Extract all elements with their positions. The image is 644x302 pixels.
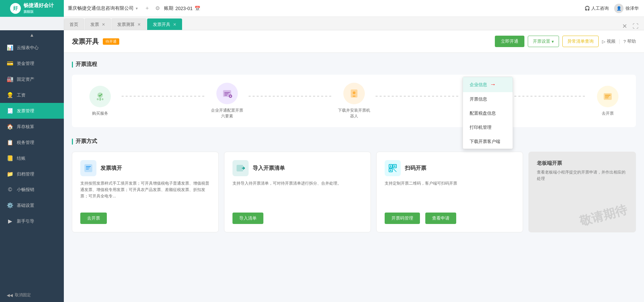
svg-rect-33 — [390, 165, 391, 167]
fill-invoice-icon — [80, 160, 96, 176]
flow-section-title: 开票流程 — [72, 61, 636, 68]
app-name: 畅捷通好会计 — [24, 2, 54, 9]
flow-step-3: 下载并安装开票机器人 — [334, 83, 374, 119]
fixed-assets-icon: 🏭 — [7, 76, 13, 82]
dropdown-item-company-info[interactable]: 企业信息 → — [463, 77, 513, 92]
sidebar-cancel-pin[interactable]: ◀◀ 取消固定 — [0, 288, 64, 302]
flow-step-1: 购买服务 — [80, 86, 120, 116]
sidebar-item-invoice-mgmt-label: 发票管理 — [17, 108, 34, 114]
status-badge: 待开通 — [103, 38, 119, 45]
sidebar-item-fixed-assets[interactable]: 🏭 固定资产 — [0, 71, 64, 87]
sidebar-item-fund-mgmt-label: 资金管理 — [17, 61, 34, 67]
import-list-desc: 支持导入待开票清单，可对待开票清单进行拆分、合并处理。 — [232, 180, 362, 207]
new-guide-icon: ▶ — [7, 218, 13, 224]
boss-card-title: 老板端开票 — [537, 160, 628, 166]
dropdown-item-printer-mgmt[interactable]: 打印机管理 — [463, 120, 513, 135]
tab-invoice-calc[interactable]: 发票测算 ✕ — [112, 18, 146, 30]
svg-rect-24 — [85, 164, 92, 172]
company-dropdown-arrow: ▾ — [136, 6, 138, 11]
page-title: 发票开具 — [72, 37, 99, 46]
method-header-fill-invoice: 发票填开 — [80, 160, 210, 176]
basic-settings-icon: ⚙️ — [7, 202, 13, 209]
tab-close-all-icon[interactable]: ✕ — [619, 23, 630, 30]
dropdown-item-download-client[interactable]: 下载开票客户端 — [463, 135, 513, 149]
calendar-icon[interactable]: 📅 — [195, 6, 200, 11]
sidebar-item-cloud-report[interactable]: 📊 云报表中心 — [0, 40, 64, 55]
period-display: 账期 2023-01 📅 — [164, 5, 200, 11]
method-card-scan-invoice: 扫码开票 支持定制开票二维码，客户端可扫码开票 开票码管理 查看申请 — [376, 152, 523, 232]
sidebar-scroll-up[interactable]: ▲ — [0, 30, 64, 40]
tab-invoice-issue-close[interactable]: ✕ — [173, 22, 176, 27]
service-button[interactable]: 🎧 人工咨询 — [585, 5, 609, 11]
help-button[interactable]: ? 帮助 — [624, 38, 636, 44]
user-area[interactable]: 👤 徐泽华 — [614, 4, 639, 13]
sidebar-item-inventory[interactable]: 🏠 库存核算 — [0, 119, 64, 135]
page-header: 发票开具 待开通 立即开通 开票设置 ▾ 异常清单查询 ▷ 视频 | ? — [64, 30, 644, 53]
sidebar-bottom-label: 取消固定 — [15, 292, 31, 298]
fill-invoice-button[interactable]: 去开票 — [80, 213, 107, 224]
dropdown-invoice-info-label: 开票信息 — [470, 96, 487, 102]
divider: | — [619, 39, 620, 44]
period-label: 账期 — [164, 5, 173, 11]
scan-invoice-title: 扫码开票 — [405, 165, 426, 172]
play-icon: ▷ — [602, 39, 605, 44]
tab-invoice[interactable]: 发票 ✕ — [85, 18, 111, 30]
add-company-icon[interactable]: ＋ — [144, 5, 150, 12]
scan-invoice-icon — [385, 160, 401, 176]
help-icon: ? — [624, 39, 626, 44]
scan-invoice-btn1[interactable]: 开票码管理 — [385, 213, 420, 224]
scan-invoice-btn2[interactable]: 查看申请 — [425, 213, 456, 224]
sidebar-item-settlement[interactable]: 📒 结账 — [0, 150, 64, 166]
sidebar-item-xiaochang-report[interactable]: © 小畅报销 — [0, 182, 64, 197]
dropdown-download-client-label: 下载开票客户端 — [470, 139, 500, 145]
tab-invoice-issue[interactable]: 发票开具 ✕ — [147, 18, 182, 30]
exception-list-button[interactable]: 异常清单查询 — [562, 36, 599, 47]
logo-area: 好 畅捷通好会计 旗舰版 — [0, 0, 64, 17]
method-card-fill-invoice: 发票填开 支持按照发票样式手工填开发票；可开具增值税电子普通发票、增值税普通发票… — [72, 152, 219, 232]
activate-button[interactable]: 立即开通 — [495, 36, 524, 47]
step-5-label: 去开票 — [602, 111, 614, 116]
tab-invoice-label: 发票 — [90, 22, 99, 28]
logo-icon: 好 — [10, 3, 21, 14]
tab-expand-icon[interactable]: ⛶ — [630, 23, 641, 30]
tab-invoice-calc-close[interactable]: ✕ — [137, 22, 141, 27]
sidebar-item-basic-settings[interactable]: ⚙️ 基础设置 — [0, 197, 64, 213]
sidebar-item-basic-settings-label: 基础设置 — [17, 202, 34, 209]
import-list-button[interactable]: 导入清单 — [232, 213, 263, 224]
svg-point-12 — [353, 91, 355, 94]
tax-mgmt-icon: 📋 — [7, 139, 13, 146]
step-3-icon — [343, 83, 365, 104]
step-1-icon — [89, 86, 111, 107]
sidebar-item-fund-mgmt[interactable]: 💳 资金管理 — [0, 55, 64, 71]
company-selector[interactable]: 重庆畅捷交通信息咨询有限公司 ▾ — [68, 5, 138, 11]
dropdown-printer-mgmt-label: 打印机管理 — [470, 124, 491, 130]
settings-icon[interactable]: ⚙ — [155, 5, 160, 11]
sidebar-item-xiaochang-report-label: 小畅报销 — [17, 187, 34, 193]
sidebar-item-archive-mgmt[interactable]: 📁 归档管理 — [0, 166, 64, 182]
sidebar-item-new-guide[interactable]: ▶ 新手引导 — [0, 213, 64, 229]
scan-invoice-desc: 支持定制开票二维码，客户端可扫码开票 — [385, 180, 515, 207]
fill-invoice-desc: 支持按照发票样式手工填开发票；可开具增值税电子普通发票、增值税普通发票、增值税专… — [80, 180, 210, 207]
step-3-label: 下载并安装开票机器人 — [337, 108, 371, 119]
settings-button[interactable]: 开票设置 ▾ — [528, 36, 559, 47]
video-button[interactable]: ▷ 视频 — [602, 38, 615, 44]
sidebar-item-fixed-assets-label: 固定资产 — [17, 76, 34, 82]
step-1-label: 购买服务 — [92, 111, 108, 116]
dropdown-item-invoice-info[interactable]: 开票信息 — [463, 92, 513, 106]
header-actions: 立即开通 开票设置 ▾ 异常清单查询 ▷ 视频 | ? 帮助 — [495, 36, 636, 47]
step-connector-2 — [249, 96, 333, 97]
tab-invoice-close[interactable]: ✕ — [102, 22, 105, 27]
dropdown-item-tax-disk-config[interactable]: 配置税盘信息 — [463, 106, 513, 120]
cloud-report-icon: 📊 — [7, 44, 13, 51]
sidebar-item-salary[interactable]: 👷 工资 — [0, 87, 64, 103]
sidebar-item-invoice-mgmt[interactable]: 🧾 发票管理 — [0, 103, 64, 119]
flow-step-5: 去开票 — [588, 86, 628, 116]
step-2-label: 企业开通配置开票六要素 — [210, 108, 244, 119]
inventory-icon: 🏠 — [7, 123, 13, 130]
tab-home[interactable]: 首页 — [64, 18, 84, 30]
top-bar: 好 畅捷通好会计 旗舰版 重庆畅捷交通信息咨询有限公司 ▾ ＋ ⚙ 账期 202… — [0, 0, 644, 17]
main-content: 开票流程 购买服务 企业开通配置开票六 — [64, 53, 644, 240]
sidebar-item-tax-mgmt[interactable]: 📋 税务管理 — [0, 135, 64, 150]
methods-section-title: 开票方式 — [72, 138, 636, 145]
import-list-icon — [232, 160, 249, 176]
